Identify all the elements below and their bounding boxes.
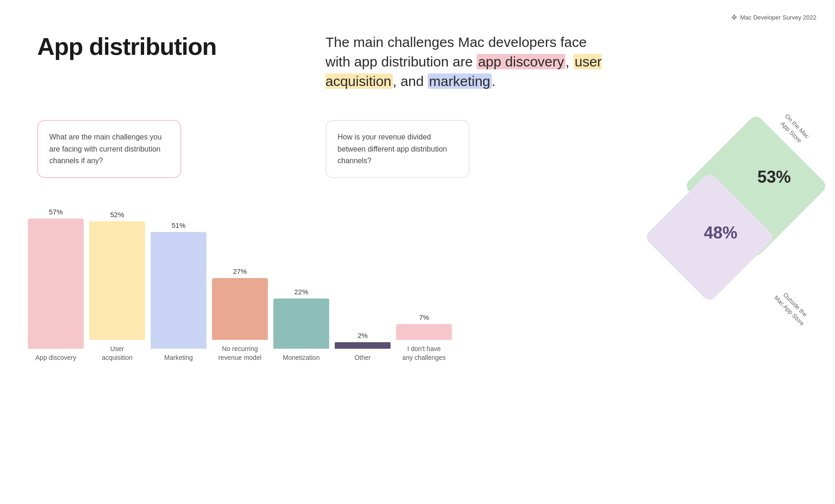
bar-label-0: App discovery [35,353,76,363]
header-title: Mac Developer Survey 2022 [740,14,816,21]
bar-group-4: 22%Monetization [273,288,329,363]
bar-label-4: Monetization [283,353,319,363]
diamond-purple-label: 48% [704,223,737,243]
description: The main challenges Mac developers face … [325,33,614,91]
bar-label-2: Marketing [164,353,192,363]
question-box-left: What are the main challenges you are fac… [37,120,181,178]
bar-pct-5: 2% [358,332,368,339]
bar-rect-3 [212,278,268,340]
description-text3: , and [393,73,428,89]
bar-chart: 57%App discovery52%Useracquisition51%Mar… [28,205,446,363]
bar-group-1: 52%Useracquisition [89,211,145,363]
bar-label-5: Other [354,353,371,363]
highlight-marketing: marketing [428,73,492,89]
bar-rect-6 [396,324,452,340]
diamond-green-label: 53% [757,167,791,187]
logo-icon: ❖ [731,13,737,22]
bar-label-6: I don't haveany challenges [402,345,445,363]
header: ❖ Mac Developer Survey 2022 [731,13,816,22]
bar-rect-4 [273,298,329,349]
question-left-text: What are the main challenges you are fac… [49,133,162,165]
bar-rect-2 [151,232,206,349]
bar-rect-1 [89,221,145,340]
question-box-right: How is your revenue divided between diff… [325,120,470,178]
bar-pct-0: 57% [49,208,63,216]
bar-pct-1: 52% [110,211,124,219]
description-text2: , [565,54,573,69]
description-text4: . [492,73,496,89]
bar-group-6: 7%I don't haveany challenges [396,313,452,363]
bar-group-0: 57%App discovery [28,208,84,363]
question-right-text: How is your revenue divided between diff… [338,133,447,165]
bar-pct-2: 51% [172,221,186,229]
diamond-chart: 53% 48% On the MacApp Store Outside theM… [640,116,816,330]
bar-label-1: Useracquisition [102,345,133,363]
diamond-label-bottom: Outside theMac App Store [772,288,812,328]
bar-group-3: 27%No recurringrevenue model [212,267,268,363]
bar-group-2: 51%Marketing [151,221,206,363]
bar-label-3: No recurringrevenue model [219,345,262,363]
bar-rect-5 [335,342,391,349]
bar-rect-0 [28,219,84,349]
bar-group-5: 2%Other [335,332,391,363]
bar-pct-6: 7% [419,313,429,321]
page-title: App distribution [37,33,216,60]
bar-pct-3: 27% [233,267,247,275]
highlight-discovery: app discovery [477,54,565,69]
bar-pct-4: 22% [294,288,308,296]
